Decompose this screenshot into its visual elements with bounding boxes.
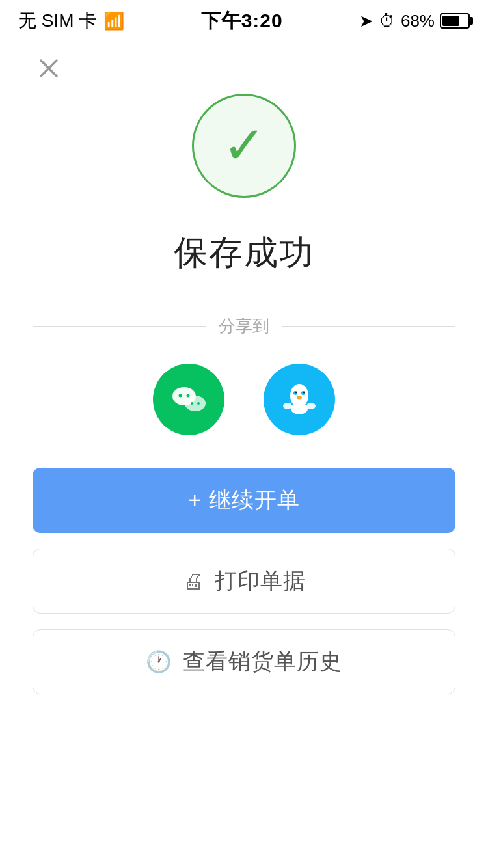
battery-icon (440, 13, 470, 29)
svg-point-6 (191, 402, 193, 405)
status-bar: 无 SIM 卡 📶 下午3:20 ➤ ⏱ 68% (0, 0, 488, 42)
print-icon: 🖨 (183, 569, 204, 593)
close-button[interactable] (33, 52, 65, 85)
main-content: ✓ 保存成功 分享到 (0, 42, 488, 694)
svg-point-3 (185, 396, 206, 411)
qq-icon (278, 379, 321, 421)
print-label: 打印单据 (215, 566, 306, 596)
svg-point-12 (303, 391, 304, 392)
actions: + 继续开单 🖨 打印单据 🕐 查看销货单历史 (0, 468, 488, 694)
print-button[interactable]: 🖨 打印单据 (33, 549, 455, 614)
svg-point-16 (291, 403, 308, 414)
svg-point-4 (178, 394, 182, 397)
svg-point-9 (293, 391, 297, 395)
history-icon: 🕐 (146, 649, 172, 674)
svg-point-7 (197, 402, 200, 405)
no-sim-label: 无 SIM 卡 (18, 8, 97, 33)
battery-percent: 68% (401, 11, 435, 31)
svg-point-15 (306, 403, 316, 409)
svg-point-10 (301, 391, 305, 395)
success-title: 保存成功 (174, 230, 314, 276)
wechat-icon (168, 382, 210, 418)
wechat-share-button[interactable] (153, 364, 224, 435)
history-label: 查看销货单历史 (183, 647, 342, 677)
status-right: ➤ ⏱ 68% (359, 11, 470, 31)
qq-share-button[interactable] (264, 364, 335, 435)
checkmark-icon: ✓ (223, 120, 266, 172)
status-time: 下午3:20 (201, 8, 283, 34)
svg-point-5 (186, 394, 189, 397)
history-button[interactable]: 🕐 查看销货单历史 (33, 629, 455, 694)
svg-point-13 (297, 396, 302, 399)
success-circle: ✓ (192, 94, 296, 198)
location-icon: ➤ (359, 11, 373, 31)
wifi-icon: 📶 (103, 11, 124, 31)
share-section: 分享到 (0, 315, 488, 435)
share-icons (33, 364, 455, 435)
svg-point-11 (295, 391, 296, 392)
svg-point-14 (283, 403, 292, 409)
share-divider: 分享到 (33, 315, 455, 338)
share-label: 分享到 (219, 315, 269, 338)
alarm-icon: ⏱ (379, 11, 396, 31)
continue-order-button[interactable]: + 继续开单 (33, 468, 455, 533)
status-left: 无 SIM 卡 📶 (18, 8, 124, 33)
